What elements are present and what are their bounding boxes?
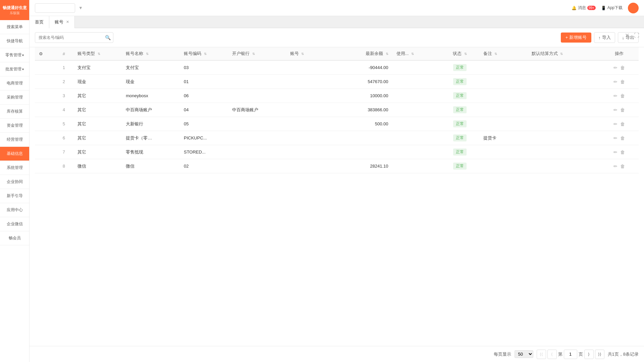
- messages-button[interactable]: 🔔 消息 99+: [572, 5, 596, 11]
- th-default[interactable]: 默认结算方式 ⇅: [528, 47, 600, 60]
- table-row: 8 微信 微信 02 28241.10 正常 ✏ 🗑: [35, 159, 639, 173]
- row-code-cell: 05: [180, 117, 228, 131]
- import-label: 导入: [602, 35, 611, 41]
- search-button[interactable]: 🔍: [102, 32, 113, 43]
- th-action: 操作: [600, 47, 639, 60]
- row-default-cell: [528, 159, 600, 173]
- sidebar-item-enterprise-wechat[interactable]: 企业微信: [0, 217, 29, 231]
- sidebar-item-quick-nav[interactable]: 快捷导航: [0, 34, 29, 48]
- edit-icon[interactable]: ✏: [613, 164, 618, 169]
- sidebar-item-enterprise[interactable]: 企业协同: [0, 175, 29, 189]
- row-type-cell: 现金: [73, 75, 122, 89]
- sidebar-item-operations[interactable]: 经营管理: [0, 133, 29, 147]
- sidebar-item-purchase[interactable]: 采购管理: [0, 90, 29, 105]
- row-num-cell: 4: [54, 103, 74, 117]
- row-type-cell: 其它: [73, 89, 122, 103]
- sidebar-item-inventory[interactable]: 库存核算: [0, 105, 29, 119]
- row-account-cell: [286, 103, 334, 117]
- row-status-cell: 正常: [441, 89, 479, 103]
- user-avatar[interactable]: [628, 3, 639, 13]
- delete-icon[interactable]: 🗑: [620, 135, 625, 141]
- sidebar-item-finance[interactable]: 资金管理: [0, 119, 29, 133]
- app-download-button[interactable]: 📱 App下载: [601, 5, 623, 11]
- status-badge: 正常: [453, 106, 467, 113]
- sidebar-item-ecommerce[interactable]: 电商管理: [0, 76, 29, 90]
- edit-icon[interactable]: ✏: [613, 79, 618, 84]
- th-settings[interactable]: ⚙: [35, 47, 54, 60]
- table-row: 6 其它 提货卡（零… PICKUPC... 正常 提货卡 ✏ 🗑: [35, 131, 639, 145]
- th-name[interactable]: 账号名称 ⇅: [122, 47, 180, 60]
- bell-icon: 🔔: [572, 6, 577, 10]
- row-type-cell: 微信: [73, 159, 122, 173]
- per-page-select[interactable]: 50 100 200: [515, 350, 533, 358]
- row-account-cell: [286, 89, 334, 103]
- th-code[interactable]: 账号编码 ⇅: [180, 47, 228, 60]
- th-usage[interactable]: 使用... ⇅: [392, 47, 441, 60]
- delete-icon[interactable]: 🗑: [620, 93, 625, 99]
- row-remark-cell: [479, 159, 528, 173]
- maximize-window-button[interactable]: ⛶: [633, 32, 641, 39]
- th-account[interactable]: 账号 ⇅: [286, 47, 334, 60]
- row-usage-cell: [392, 103, 441, 117]
- sidebar-item-system[interactable]: 系统管理: [0, 161, 29, 175]
- logo-main-text: 畅捷通好生意: [3, 5, 27, 11]
- tab-account[interactable]: 账号 ✕: [49, 16, 75, 28]
- table-row: 1 支付宝 支付宝 03 -90444.00 正常 ✏ 🗑: [35, 60, 639, 75]
- row-default-cell: [528, 145, 600, 159]
- edit-icon[interactable]: ✏: [613, 135, 618, 141]
- import-button[interactable]: ↑ 导入: [594, 32, 615, 43]
- th-type[interactable]: 账号类型 ⇅: [73, 47, 122, 60]
- sidebar-item-wholesale[interactable]: 批发管理 ▾: [0, 62, 29, 76]
- th-balance[interactable]: 最新余额 ⇅: [334, 47, 392, 60]
- top-search-input[interactable]: [35, 3, 75, 13]
- th-status[interactable]: 状态 ⇅: [441, 47, 479, 60]
- edit-icon[interactable]: ✏: [613, 149, 618, 155]
- delete-icon[interactable]: 🗑: [620, 107, 625, 113]
- prev-page-button[interactable]: ⟨: [547, 350, 557, 359]
- tabs-bar: 首页 账号 ✕: [30, 16, 644, 28]
- tab-close-icon[interactable]: ✕: [66, 20, 69, 24]
- next-page-button[interactable]: ⟩: [584, 350, 594, 359]
- add-account-button[interactable]: + 新增账号: [561, 33, 591, 43]
- edit-icon[interactable]: ✏: [613, 93, 618, 99]
- pagination: 每页显示 50 100 200 ⟨⟨ ⟨ 第 1 页 ⟩ ⟩⟩ 共1页，8条记录: [30, 346, 644, 362]
- tab-home[interactable]: 首页: [30, 16, 49, 28]
- row-status-cell: 正常: [441, 145, 479, 159]
- row-bank-cell: [228, 75, 286, 89]
- row-bank-cell: [228, 60, 286, 75]
- import-icon: ↑: [598, 35, 601, 40]
- edit-icon[interactable]: ✏: [613, 65, 618, 70]
- row-default-cell: [528, 131, 600, 145]
- sidebar-item-app-center[interactable]: 应用中心: [0, 203, 29, 217]
- delete-icon[interactable]: 🗑: [620, 164, 625, 169]
- delete-icon[interactable]: 🗑: [620, 65, 625, 70]
- sidebar-item-newbie[interactable]: 新手引导: [0, 189, 29, 203]
- delete-icon[interactable]: 🗑: [620, 149, 625, 155]
- row-type-cell: 其它: [73, 117, 122, 131]
- first-page-button[interactable]: ⟨⟨: [537, 350, 546, 359]
- close-window-button[interactable]: ✕: [624, 32, 631, 39]
- dropdown-icon[interactable]: ▼: [78, 5, 83, 10]
- search-input[interactable]: [35, 35, 102, 40]
- row-status-cell: 正常: [441, 60, 479, 75]
- row-balance-cell: 547670.00: [334, 75, 392, 89]
- row-action-cell: ✏ 🗑: [600, 145, 639, 159]
- sidebar-item-search-menu[interactable]: 搜索菜单: [0, 20, 29, 34]
- sidebar-item-basic-info[interactable]: 基础信息: [0, 147, 29, 161]
- row-remark-cell: [479, 103, 528, 117]
- th-remark[interactable]: 备注 ⇅: [479, 47, 528, 60]
- last-page-button[interactable]: ⟩⟩: [595, 350, 604, 359]
- sidebar-item-retail[interactable]: 零售管理 ▾: [0, 48, 29, 62]
- sidebar-item-member[interactable]: 畅会员: [0, 231, 29, 245]
- th-bank[interactable]: 开户银行 ⇅: [228, 47, 286, 60]
- edit-icon[interactable]: ✏: [613, 107, 618, 113]
- row-name-cell: 现金: [122, 75, 180, 89]
- sidebar-logo: 畅捷通好生意 乐版版: [0, 0, 29, 20]
- row-settings-cell: [35, 103, 54, 117]
- delete-icon[interactable]: 🗑: [620, 79, 625, 84]
- page-input[interactable]: 1: [564, 350, 577, 359]
- row-settings-cell: [35, 117, 54, 131]
- edit-icon[interactable]: ✏: [613, 121, 618, 127]
- delete-icon[interactable]: 🗑: [620, 121, 625, 127]
- row-bank-cell: [228, 117, 286, 131]
